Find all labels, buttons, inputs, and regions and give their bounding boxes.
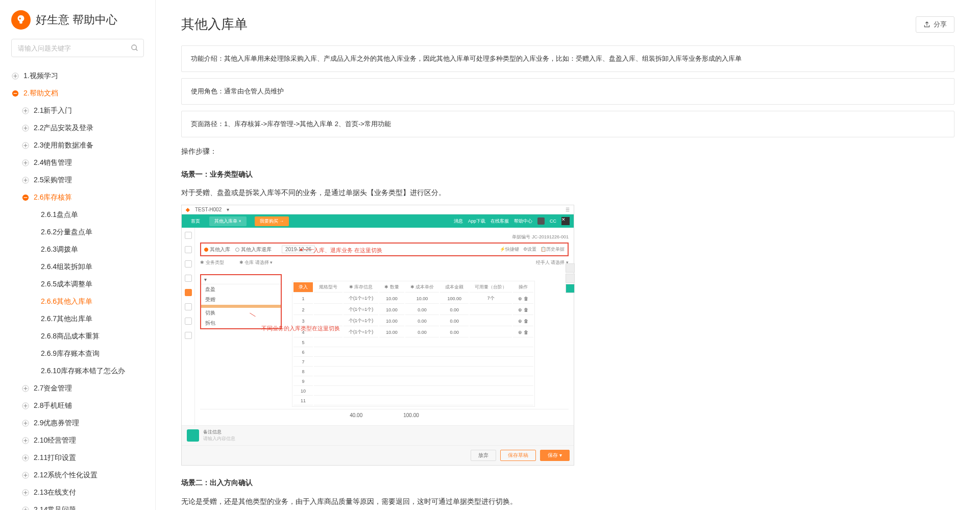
nav-label: 2.6.5成本调整单	[41, 280, 92, 289]
search-icon	[131, 44, 139, 52]
path-text: 1、库存核算->库存管理->其他入库单 2、首页->常用功能	[224, 120, 391, 128]
nav-label: 2.11打印设置	[34, 453, 76, 463]
nav-item-18[interactable]: 2.7资金管理	[11, 380, 144, 397]
share-icon	[923, 21, 930, 28]
ss-btn-draft: 保存草稿	[500, 450, 536, 461]
nav-label: 2.8手机旺铺	[34, 401, 72, 410]
nav-item-14[interactable]: 2.6.7其他出库单	[11, 310, 144, 328]
nav-item-0[interactable]: 1.视频学习	[11, 67, 144, 85]
nav-label: 2.2产品安装及登录	[34, 124, 93, 133]
plus-icon	[21, 436, 30, 445]
nav-label: 2.3使用前数据准备	[34, 141, 93, 150]
plus-icon	[21, 107, 30, 115]
nav-item-25[interactable]: 2.14常见问题	[11, 501, 144, 510]
nav-item-4[interactable]: 2.3使用前数据准备	[11, 137, 144, 154]
nav-item-15[interactable]: 2.6.8商品成本重算	[11, 328, 144, 345]
share-label: 分享	[934, 20, 947, 29]
nav-item-21[interactable]: 2.10经营管理	[11, 432, 144, 449]
main-content: 其他入库单 分享 功能介绍：其他入库单用来处理除采购入库、产成品入库之外的其他入…	[156, 0, 980, 510]
share-button[interactable]: 分享	[916, 16, 954, 33]
nav-item-11[interactable]: 2.6.4组装拆卸单	[11, 258, 144, 276]
ss-right-tools	[566, 263, 575, 293]
nav-label: 2.6库存核算	[34, 193, 72, 202]
ss-type-row: 其他入库 其他入库退库 2019-12-26 入库、退库业务 在这里切换 ◄──…	[200, 242, 569, 256]
plus-icon	[11, 72, 19, 80]
plus-icon	[21, 402, 30, 410]
site-title: 好生意 帮助中心	[36, 12, 117, 28]
ss-note2: 不同业务的入库类型在这里切换	[261, 325, 340, 332]
ss-memo-icon	[187, 429, 199, 442]
nav-item-8[interactable]: 2.6.1盘点单	[11, 206, 144, 224]
nav-item-22[interactable]: 2.11打印设置	[11, 449, 144, 467]
search-wrap	[11, 39, 144, 57]
plus-icon	[21, 489, 30, 497]
nav-item-1[interactable]: 2.帮助文档	[11, 85, 144, 102]
ss-tab-home: 首页	[186, 216, 205, 226]
ss-btn-save: 保存 ▾	[540, 450, 570, 461]
role-box: 使用角色：通常由仓管人员维护	[181, 78, 954, 105]
nav-item-2[interactable]: 2.1新手入门	[11, 102, 144, 119]
nav-item-24[interactable]: 2.13在线支付	[11, 484, 144, 501]
nav-label: 2.5采购管理	[34, 176, 72, 185]
page-title: 其他入库单	[181, 15, 248, 33]
scene1-title: 场景一：业务类型确认	[181, 167, 954, 181]
intro-box: 功能介绍：其他入库单用来处理除采购入库、产成品入库之外的其他入库业务，因此其他入…	[181, 45, 954, 72]
nav-tree: 1.视频学习2.帮助文档2.1新手入门2.2产品安装及登录2.3使用前数据准备2…	[11, 67, 144, 510]
nav-label: 2.10经营管理	[34, 436, 76, 445]
plus-icon	[21, 419, 30, 427]
ss-test-label: TEST-H002	[195, 207, 222, 212]
nav-label: 2.4销售管理	[34, 158, 72, 167]
nav-item-5[interactable]: 2.4销售管理	[11, 154, 144, 172]
nav-label: 2.帮助文档	[23, 89, 58, 98]
scene2-title: 场景二：出入方向确认	[181, 476, 954, 490]
minus-icon	[21, 193, 30, 202]
path-box: 页面路径：1、库存核算->库存管理->其他入库单 2、首页->常用功能	[181, 111, 954, 137]
ss-tab-doc: 其他入库单 ×	[209, 216, 247, 226]
nav-item-20[interactable]: 2.9优惠券管理	[11, 415, 144, 432]
steps-label: 操作步骤：	[181, 144, 954, 158]
plus-icon	[21, 506, 30, 510]
nav-item-12[interactable]: 2.6.5成本调整单	[11, 276, 144, 293]
nav-label: 2.6.1盘点单	[41, 210, 78, 220]
nav-label: 2.9优惠券管理	[34, 419, 79, 428]
nav-item-3[interactable]: 2.2产品安装及登录	[11, 119, 144, 137]
nav-label: 2.6.3调拨单	[41, 245, 78, 254]
plus-icon	[21, 384, 30, 393]
plus-icon	[21, 124, 30, 132]
role-label: 使用角色：	[191, 87, 224, 95]
nav-item-19[interactable]: 2.8手机旺铺	[11, 397, 144, 415]
ss-note1: 入库、退库业务 在这里切换	[313, 247, 382, 254]
nav-label: 2.6.8商品成本重算	[41, 332, 100, 341]
nav-label: 2.14常见问题	[34, 505, 76, 510]
nav-item-7[interactable]: 2.6库存核算	[11, 189, 144, 206]
intro-text: 其他入库单用来处理除采购入库、产成品入库之外的其他入库业务，因此其他入库单可处理…	[224, 55, 742, 62]
sidebar: 好生意 帮助中心 1.视频学习2.帮助文档2.1新手入门2.2产品安装及登录2.…	[0, 0, 156, 510]
nav-item-10[interactable]: 2.6.3调拨单	[11, 241, 144, 258]
plus-icon	[21, 471, 30, 479]
nav-label: 2.1新手入门	[34, 106, 72, 115]
nav-label: 2.6.10库存账本错了怎么办	[41, 367, 125, 376]
nav-item-16[interactable]: 2.6.9库存账本查询	[11, 345, 144, 362]
ss-rail	[182, 228, 195, 425]
nav-item-17[interactable]: 2.6.10库存账本错了怎么办	[11, 362, 144, 380]
search-input[interactable]	[11, 39, 144, 57]
nav-label: 2.7资金管理	[34, 384, 72, 393]
nav-item-6[interactable]: 2.5采购管理	[11, 172, 144, 189]
scene2-p1: 无论是受赠，还是其他类型的业务，由于入库商品质量等原因，需要退回，这时可通过单据…	[181, 495, 954, 508]
svg-point-0	[132, 45, 136, 50]
table-row: 1个(1个=1个)10.0010.00100.007个⊕ 🗑	[293, 294, 533, 304]
intro-label: 功能介绍：	[191, 55, 224, 62]
ss-buy-btn: 我要购买 →	[255, 216, 289, 226]
ss-dropdown: ▾ 盘盈 受赠 切换 拆包	[200, 274, 282, 329]
plus-icon	[21, 176, 30, 184]
nav-item-13[interactable]: 2.6.6其他入库单	[11, 293, 144, 310]
embedded-screenshot: ◆ TEST-H002 ▾ ☰ 首页 其他入库单 × 我要购买 → 消息 App…	[181, 205, 574, 466]
ss-avatar-icon	[537, 217, 545, 225]
nav-label: 2.13在线支付	[34, 488, 76, 497]
nav-item-23[interactable]: 2.12系统个性化设置	[11, 467, 144, 484]
site-logo-row: 好生意 帮助中心	[11, 10, 144, 30]
nav-item-9[interactable]: 2.6.2分量盘点单	[11, 224, 144, 241]
ss-btn-cancel: 放弃	[471, 450, 496, 461]
nav-label: 2.6.6其他入库单	[41, 297, 92, 306]
role-text: 通常由仓管人员维护	[224, 87, 284, 95]
